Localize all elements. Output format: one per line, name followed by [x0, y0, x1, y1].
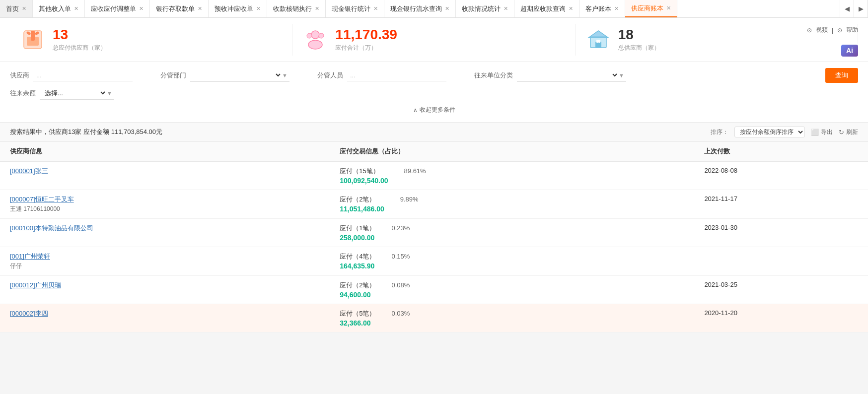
payable-amount[interactable]: 164,635.90: [340, 262, 375, 270]
balance-arrow-icon: ▼: [107, 90, 114, 96]
tab-close-icon[interactable]: ✕: [22, 5, 26, 12]
card-info-2: 11,170.39 应付合计（万）: [335, 27, 397, 52]
nav-tab[interactable]: 银行存取款单✕: [150, 0, 209, 17]
svg-point-4: [308, 40, 322, 49]
supplier-input[interactable]: [33, 69, 133, 81]
table-body: [000001]张三 应付（15笔） 100,092,540.00 89.61%…: [0, 161, 868, 332]
tab-close-icon[interactable]: ✕: [373, 5, 378, 12]
filter-person: 分管人员: [317, 69, 446, 81]
sort-select[interactable]: 按应付余额倒序排序: [734, 127, 805, 137]
nav-tab[interactable]: 预收冲应收单✕: [209, 0, 267, 17]
tab-close-icon[interactable]: ✕: [504, 5, 508, 12]
filter-row-2: 往来余额 选择... ▼: [10, 87, 858, 100]
people-icon: [302, 27, 328, 53]
supplier-link[interactable]: [000007]恒旺二手叉车: [10, 196, 74, 203]
balance-select-wrapper: 选择... ▼: [40, 87, 114, 100]
nav-tab[interactable]: 收款核销执行✕: [267, 0, 326, 17]
nav-tab[interactable]: 收款情况统计✕: [456, 0, 514, 17]
nav-tab[interactable]: 超期应收款查询✕: [514, 0, 579, 17]
payable-percent: 0.23%: [391, 224, 410, 232]
export-label: 导出: [821, 128, 833, 136]
nav-tab-label: 客户账本: [585, 4, 611, 13]
last-pay-date: 2020-11-20: [704, 309, 737, 317]
payable-amount[interactable]: 32,366.00: [340, 319, 375, 327]
supplier-link[interactable]: [001]广州荣轩: [10, 253, 50, 260]
summary-bar: 13 总应付供应商（家） 11,170.39 应付合计（万）: [0, 18, 868, 62]
shop-icon: [585, 27, 611, 53]
filter-balance: 往来余额 选择... ▼: [10, 87, 114, 100]
filter-department: 分管部门 ▼: [160, 69, 289, 82]
data-table: 供应商信息 应付交易信息（占比） 上次付数 [000001]张三 应付（15笔）…: [0, 142, 868, 332]
supplier-link[interactable]: [000001]张三: [10, 167, 48, 175]
nav-tab[interactable]: 首页✕: [0, 0, 33, 17]
nav-tab[interactable]: 其他收入单✕: [33, 0, 85, 17]
summary-card-1: 13 总应付供应商（家）: [10, 24, 292, 56]
supplier-cell: [000007]恒旺二手叉车王通 17106110000: [0, 190, 330, 219]
table-row: [000100]本特勤油品有限公司 应付（1笔） 258,000.00 0.23…: [0, 219, 868, 247]
department-arrow-icon: ▼: [282, 72, 289, 78]
nav-tab-label: 收款情况统计: [462, 4, 501, 13]
tab-close-icon[interactable]: ✕: [666, 5, 671, 11]
nav-tab[interactable]: 现金银行流水查询✕: [384, 0, 456, 17]
payable-cell: 应付（4笔） 164,635.90 0.15%: [330, 247, 694, 276]
tab-close-icon[interactable]: ✕: [614, 5, 619, 12]
results-bar: 搜索结果中，供应商13家 应付金额 111,703,854.00元 排序： 按应…: [0, 123, 868, 142]
card-info-3: 18 总供应商（家）: [618, 27, 660, 52]
payable-count: 应付（4笔）: [340, 253, 375, 260]
top-right-links: ⊙ 视频 | ⊙ 帮助: [807, 26, 858, 34]
payable-amount[interactable]: 94,600.00: [340, 291, 375, 299]
payable-cell: 应付（15笔） 100,092,540.00 89.61%: [330, 161, 694, 190]
ai-button[interactable]: Ai: [841, 45, 858, 57]
tab-close-icon[interactable]: ✕: [569, 5, 573, 12]
tab-close-icon[interactable]: ✕: [445, 5, 449, 12]
payable-amount[interactable]: 100,092,540.00: [340, 177, 388, 185]
th-lastpay: 上次付数: [694, 142, 868, 161]
video-link[interactable]: 视频: [816, 26, 828, 34]
tab-close-icon[interactable]: ✕: [139, 5, 144, 12]
circle-icon-2: ⊙: [837, 27, 842, 34]
category-select[interactable]: [517, 69, 619, 81]
nav-tab-label: 银行存取款单: [156, 4, 195, 13]
nav-tab[interactable]: 应收应付调整单✕: [85, 0, 150, 17]
svg-point-6: [319, 33, 324, 38]
query-button[interactable]: 查询: [825, 68, 858, 83]
filter-row-1: 供应商 分管部门 ▼ 分管人员 往来单位分类 ▼: [10, 68, 858, 83]
supplier-link[interactable]: [000002]李四: [10, 310, 48, 317]
nav-tab-label: 现金银行流水查询: [390, 4, 442, 13]
export-button[interactable]: ⬜ 导出: [811, 128, 833, 136]
nav-tab[interactable]: 现金银行统计✕: [326, 0, 384, 17]
nav-next-arrow[interactable]: ▶: [854, 0, 868, 18]
table-row: [001]广州荣轩仔仔 应付（4笔） 164,635.90 0.15%: [0, 247, 868, 276]
help-link[interactable]: 帮助: [846, 26, 858, 34]
person-input[interactable]: [347, 69, 446, 81]
payable-amount[interactable]: 258,000.00: [340, 234, 375, 242]
supplier-sub: 仔仔: [10, 262, 320, 270]
supplier-link[interactable]: [000012]广州贝瑞: [10, 281, 61, 289]
filter-supplier: 供应商: [10, 69, 133, 81]
nav-tab[interactable]: 供应商账本✕: [625, 0, 677, 17]
department-select[interactable]: [190, 69, 282, 81]
tab-close-icon[interactable]: ✕: [256, 5, 261, 12]
person-label: 分管人员: [317, 71, 343, 80]
results-right: 排序： 按应付余额倒序排序 ⬜ 导出 ↻ 刷新: [711, 127, 858, 137]
refresh-button[interactable]: ↻ 刷新: [839, 128, 858, 136]
payable-amount[interactable]: 11,051,486.00: [340, 205, 384, 213]
supplier-label: 供应商: [10, 71, 29, 80]
balance-select[interactable]: 选择...: [40, 87, 107, 99]
category-select-wrapper: ▼: [517, 69, 626, 82]
tab-close-icon[interactable]: ✕: [315, 5, 319, 12]
nav-tab-label: 首页: [6, 4, 19, 13]
nav-tab[interactable]: 客户账本✕: [579, 0, 625, 17]
supplier-link[interactable]: [000100]本特勤油品有限公司: [10, 224, 93, 232]
tab-close-icon[interactable]: ✕: [198, 5, 202, 12]
table-row: [000007]恒旺二手叉车王通 17106110000 应付（2笔） 11,0…: [0, 190, 868, 219]
payable-count: 应付（5笔）: [340, 310, 375, 317]
nav-prev-arrow[interactable]: ◀: [840, 0, 854, 18]
department-label: 分管部门: [160, 71, 186, 80]
last-pay-date: 2022-08-08: [704, 167, 737, 174]
supplier-cell: [000100]本特勤油品有限公司: [0, 219, 330, 247]
payable-percent: 0.15%: [391, 253, 410, 260]
tab-close-icon[interactable]: ✕: [74, 5, 78, 12]
collapse-button[interactable]: ∧ 收起更多条件: [10, 104, 858, 116]
query-btn-wrapper: 查询: [825, 68, 858, 83]
